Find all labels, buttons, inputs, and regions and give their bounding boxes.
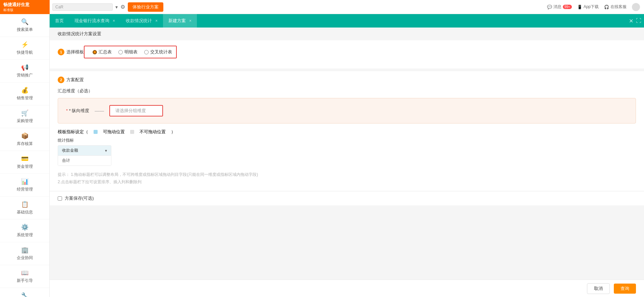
sidebar-label-basicinfo: 基础信息 [17,209,33,215]
sidebar-item-sales[interactable]: 💰 销售管理 [0,83,49,105]
tab-bar: 首页 现金银行流水查询 × 收款情况统计 × 新建方案 × ✕ ⛶ [50,14,644,28]
arrow-separator: —— [95,108,104,113]
tab-home-label: 首页 [55,18,64,24]
sidebar-item-finance[interactable]: 💳 资金管理 [0,151,49,174]
movable-label: 可拖动位置 [103,129,125,135]
metrics-table: 收款金额 ▾ 合计 [58,145,111,166]
sidebar-label-purchase: 采购管理 [17,118,33,124]
download-btn[interactable]: 📱 App下载 [577,4,599,10]
sidebar-label-system: 系统管理 [17,232,33,238]
step2-row: 2 方案配置 [58,77,636,83]
metrics-config-title-prefix: 模板指标设定（ [58,129,88,135]
system-icon: ⚙️ [21,224,29,231]
trial-industry-btn[interactable]: 体验行业方案 [128,2,163,12]
sidebar-label-enterprise: 企业协同 [17,255,33,261]
breadcrumb-dropdown-btn[interactable]: ▾ [115,4,118,10]
sidebar-item-basicinfo[interactable]: 📋 基础信息 [0,197,49,219]
step1-label: 选择模板 [66,49,84,55]
sidebar-item-search[interactable]: 🔍 搜索菜单 [0,14,49,37]
sidebar-item-management[interactable]: 📊 经营管理 [0,174,49,197]
logo-area: 畅捷通好生意 标准版 [0,0,50,14]
radio-detail-label: 明细表 [124,49,138,55]
save-area: 方案保存(可选) [50,191,644,205]
logo-main: 畅捷通好生意 [3,2,30,8]
message-btn[interactable]: 💬 消息 99+ [547,4,572,10]
tip-line1: 提示： 1.拖动标题栏可以调整布局，不可跨维度或指标区域拖动列目字段(只能在同一… [58,171,636,179]
footer-bar: 取消 查询 [50,280,644,297]
service-label: 在线客服 [610,4,627,10]
tab-cashflow-close[interactable]: × [113,18,115,23]
tab-close-all-btn[interactable]: ✕ [629,18,633,24]
tips-area: 提示： 1.拖动标题栏可以调整布局，不可跨维度或指标区域拖动列目字段(只能在同一… [58,171,636,186]
sidebar-item-quicknav[interactable]: ⚡ 快捷导航 [0,37,49,60]
top-header: 畅捷通好生意 标准版 ▾ ⚙ 体验行业方案 💬 消息 99+ 📱 App下载 🎧… [0,0,644,14]
sales-icon: 💰 [21,87,29,94]
hardware-icon: 🔧 [21,292,29,297]
breadcrumb-input[interactable] [52,3,113,11]
sidebar-item-guide[interactable]: 📖 新手引导 [0,265,49,288]
tab-new-plan[interactable]: 新建方案 × [163,14,197,28]
radio-detail[interactable] [118,50,123,54]
step2-badge: 2 [58,77,64,83]
tab-home[interactable]: 首页 [50,14,69,28]
stat-label: 统计指标 [58,138,636,143]
radio-summary[interactable] [93,50,97,54]
sidebar-label-guide: 新手引导 [17,278,33,284]
required-mark: * [66,108,68,113]
guide-icon: 📖 [21,269,29,277]
avatar[interactable] [632,3,640,11]
template-option-detail[interactable]: 明细表 [118,49,138,55]
settings-btn[interactable]: ⚙ [120,4,125,10]
step1-row: 1 选择模板 汇总表 明细表 [58,46,636,58]
sidebar-item-enterprise[interactable]: 🏢 企业协同 [0,242,49,265]
metrics-dropdown-icon[interactable]: ▾ [105,148,107,153]
quicknav-icon: ⚡ [21,41,29,48]
step2-label: 方案配置 [66,77,84,83]
main-layout: 🔍 搜索菜单 ⚡ 快捷导航 📢 营销推广 💰 销售管理 🛒 采购管理 📦 库存核… [0,14,644,297]
cancel-button[interactable]: 取消 [587,283,610,294]
query-button[interactable]: 查询 [614,284,636,294]
metrics-config-title-suffix: ） [171,129,175,135]
metrics-table-header[interactable]: 收款金额 ▾ [58,146,111,156]
tab-expand-btn[interactable]: ⛶ [636,18,641,24]
header-right: 💬 消息 99+ 📱 App下载 🎧 在线客服 [547,3,640,11]
template-option-summary[interactable]: 汇总表 [93,49,112,55]
message-badge: 99+ [563,5,572,9]
tab-payment-stat[interactable]: 收款情况统计 × [120,14,163,28]
movable-tag [94,130,98,134]
template-radio-group: 汇总表 明细表 交叉统计表 [93,49,172,55]
radio-cross[interactable] [144,50,149,54]
message-label: 消息 [553,4,561,10]
sidebar-label-marketing: 营销推广 [17,72,33,78]
vertical-dim-select[interactable]: 请选择分组维度 [109,105,163,116]
tab-cashflow-label: 现金银行流水查询 [74,18,109,24]
marketing-icon: 📢 [21,64,29,71]
sidebar-item-marketing[interactable]: 📢 营销推广 [0,60,49,83]
service-btn[interactable]: 🎧 在线客服 [604,4,627,10]
finance-icon: 💳 [21,155,29,162]
template-select-area: 汇总表 明细表 交叉统计表 [84,46,177,58]
sidebar-label-management: 经营管理 [17,187,33,192]
save-checkbox[interactable] [58,196,62,201]
vertical-dim-label: * * 纵向维度 [66,108,89,114]
sidebar-label-search: 搜索菜单 [17,27,33,33]
sidebar-item-system[interactable]: ⚙️ 系统管理 [0,219,49,242]
tab-new-plan-label: 新建方案 [168,18,186,24]
sidebar-item-purchase[interactable]: 🛒 采购管理 [0,105,49,128]
metrics-table-cell: 合计 [58,156,111,165]
tab-payment-stat-close[interactable]: × [155,18,158,23]
sidebar-item-inventory[interactable]: 📦 库存核算 [0,128,49,151]
template-option-cross[interactable]: 交叉统计表 [144,49,172,55]
sidebar-label-inventory: 库存核算 [17,141,33,147]
tab-new-plan-close[interactable]: × [189,18,192,23]
sidebar: 🔍 搜索菜单 ⚡ 快捷导航 📢 营销推广 💰 销售管理 🛒 采购管理 📦 库存核… [0,14,50,297]
service-icon: 🎧 [604,5,609,9]
tab-bar-right: ✕ ⛶ [629,18,644,24]
metrics-header: 模板指标设定（ 可拖动位置 不可拖动位置 ） [58,129,636,135]
radio-summary-label: 汇总表 [99,49,112,55]
sidebar-item-hardware[interactable]: 🔧 智能硬件 [0,288,49,297]
section-plan-config: 2 方案配置 汇总维度（必选） * * 纵向维度 —— 请选择分组维度 [50,71,644,191]
tab-cashflow[interactable]: 现金银行流水查询 × [69,14,120,28]
vertical-dim-placeholder: 请选择分组维度 [115,108,146,114]
tip-line2: 2.点击标题栏下拉可设置排序、插入列和删除列 [58,179,636,186]
